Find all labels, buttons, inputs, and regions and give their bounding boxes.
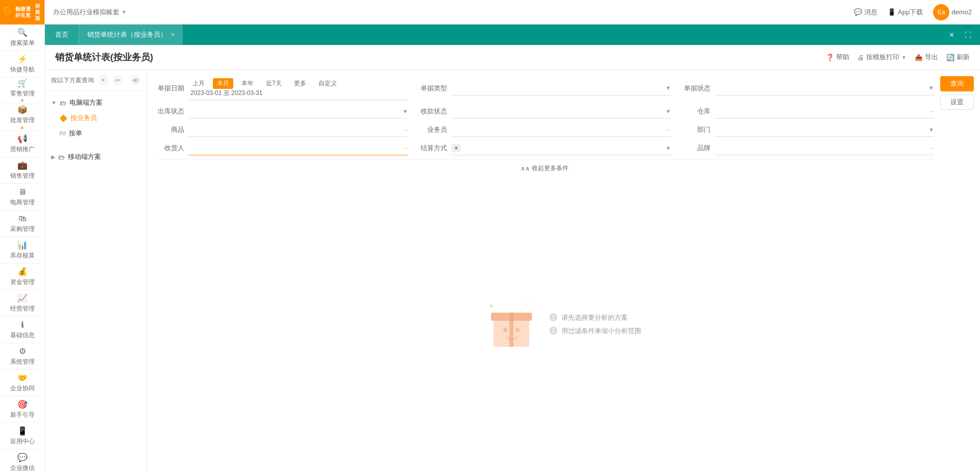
help-btn[interactable]: ❓ 帮助 [826,53,849,62]
scheme-doc-label: 按单 [69,129,82,138]
receipt-status-control[interactable]: ▼ [451,104,671,119]
message-label: 消息 [864,8,877,17]
user-profile-btn[interactable]: Ea demo2 [933,4,972,20]
payment-dropdown-icon[interactable]: ▼ [666,145,671,151]
topbar-dropdown-icon[interactable]: ▼ [121,9,127,15]
finance-icon: 💰 [17,267,28,276]
sidebar-item-quicknav[interactable]: ⚡ 快捷导航 [0,51,44,78]
goods-more-icon[interactable]: ··· [403,127,408,133]
sidebar-item-wholesale[interactable]: 📦 批发管理 ▲ [0,104,44,131]
sidebar-item-wechat[interactable]: 💬 企业微信 [0,450,44,472]
payment-value: × [451,144,665,152]
sidebar-label-wechat: 企业微信 [10,464,35,472]
sidebar-item-collab[interactable]: 🤝 企业协同 [0,370,44,396]
filter-and-actions: 单据日期 上月 本月 本年 近7天 更多 自定义 [147,70,980,177]
retail-icon: 🛒 [17,78,28,88]
scheme-by-doc[interactable]: ## 按单 [59,126,146,141]
topbar: 办公用品行业模拟账套 ▼ 💬 消息 📱 App下载 Ea demo2 [45,0,980,25]
add-scheme-btn[interactable]: + [98,75,108,85]
settings-button[interactable]: 设置 [940,95,974,110]
date-btn-last-month[interactable]: 上月 [188,78,209,89]
date-btn-this-month[interactable]: 本月 [213,78,233,89]
sidebar-item-system[interactable]: ⚙ 系统管理 [0,343,44,370]
pc-schemes-header[interactable]: ▼ 🗁 电脑端方案 [45,95,146,110]
payment-tag: × [451,144,461,152]
print-btn[interactable]: 🖨 按模板打印 ▼ [857,53,906,62]
print-label: 按模板打印 [866,53,899,62]
sidebar-item-sales[interactable]: 💼 销售管理 [0,157,44,184]
appcenter-icon: 📱 [17,426,28,436]
ecommerce-icon: 🖥 [18,187,27,197]
scheme-salesperson[interactable]: 🔶 按业务员 [59,110,146,126]
doc-status-dropdown-icon[interactable]: ▼ [928,85,934,91]
doc-type-filter-item: 单据类型 ▼ [418,76,671,100]
sidebar-item-inventory[interactable]: 📊 库存核算 [0,237,44,264]
pc-scheme-items: 🔶 按业务员 ## 按单 [45,110,146,141]
sidebar-label-search: 搜索菜单 [10,39,35,48]
sidebar-item-finance[interactable]: 💰 资金管理 [0,264,44,290]
tab-close-all-icon[interactable]: ✕ [945,29,958,41]
out-status-control[interactable]: ▼ [188,104,408,119]
warehouse-more-icon[interactable]: ··· [929,108,934,114]
date-btn-this-year[interactable]: 本年 [237,78,258,89]
brand-more-icon[interactable]: ··· [929,145,934,151]
sidebar-item-purchase[interactable]: 🛍 采购管理 [0,210,44,237]
doc-type-control[interactable]: ▼ [451,81,671,96]
query-button[interactable]: 查询 [940,76,974,91]
sidebar-item-search[interactable]: 🔍 搜索菜单 [0,25,44,51]
salesperson-control[interactable]: ··· [451,123,671,137]
message-btn[interactable]: 💬 消息 [854,8,877,17]
app-download-btn[interactable]: 📱 App下载 [888,8,923,17]
date-btn-more[interactable]: 更多 [290,78,310,89]
empty-svg: ✦ ✦ [486,298,537,349]
sidebar-item-basic[interactable]: ℹ 基础信息 [0,317,44,343]
tab-sales-stat[interactable]: 销货单统计表（按业务员） × [79,25,183,45]
page-header: 销货单统计表(按业务员) ❓ 帮助 🖨 按模板打印 ▼ 📤 导出 🔄 刷新 [45,45,980,70]
message-icon: 💬 [854,8,862,16]
salesperson-more-icon[interactable]: ··· [666,127,671,133]
export-btn[interactable]: 📤 导出 [915,53,938,62]
sidebar-item-ecommerce[interactable]: 🖥 电商管理 [0,184,44,210]
dept-control[interactable]: ▼ [715,123,934,137]
receiver-more-icon[interactable]: ··· [403,145,408,151]
print-dropdown-icon[interactable]: ▼ [901,55,906,60]
collapse-panel-btn[interactable]: ≪ [130,75,140,85]
edit-scheme-btn[interactable]: ✏ [112,75,122,85]
sidebar-item-appcenter[interactable]: 📱 应用中心 [0,423,44,450]
sidebar-item-operations[interactable]: 📈 经营管理 [0,290,44,317]
tab-close-btn[interactable]: × [171,31,175,38]
payment-control[interactable]: × ▼ [451,141,671,155]
out-status-filter-item: 出库状态 ▼ [155,104,408,119]
warehouse-control[interactable]: ··· [715,104,934,119]
receipt-status-dropdown-icon[interactable]: ▼ [666,108,671,114]
sidebar-item-guide[interactable]: 🎯 新手引导 [0,396,44,423]
doc-type-dropdown-icon[interactable]: ▼ [666,85,671,91]
goods-control[interactable]: ··· [188,123,408,137]
sidebar-item-retail[interactable]: 🛒 零售管理 ▼ [0,78,44,104]
date-btn-custom[interactable]: 自定义 [314,78,341,89]
tabbar-expand: ✕ ⛶ [945,29,980,41]
refresh-icon: 🔄 [946,54,954,61]
dept-dropdown-icon[interactable]: ▼ [928,127,934,133]
sidebar-item-marketing[interactable]: 📢 营销推广 [0,131,44,157]
doc-status-control[interactable]: ▼ [715,81,934,96]
out-status-dropdown-icon[interactable]: ▼ [402,108,408,114]
empty-illustration-area: ✦ ✦ 1 请先选择要分析的方案 [486,298,641,351]
user-avatar: Ea [933,4,949,20]
sidebar-label-finance: 资金管理 [10,278,35,287]
payment-tag-close[interactable]: × [454,145,458,152]
warehouse-label: 仓库 [681,107,715,116]
refresh-btn[interactable]: 🔄 刷新 [946,53,970,62]
collapse-more-btn[interactable]: ∧∧ 收起更多条件 [155,159,934,177]
filter-row-2: 出库状态 ▼ 收款状态 ▼ [155,104,934,119]
mobile-schemes-header[interactable]: ▶ 🗁 移动端方案 [45,149,146,164]
mobile-schemes-section: ▶ 🗁 移动端方案 [45,145,146,169]
brand-control[interactable]: ··· [715,141,934,155]
tab-home[interactable]: 首页 [45,25,79,45]
svg-text:✦: ✦ [488,302,495,310]
receiver-control[interactable]: ··· [188,141,408,155]
filter-row-3: 商品 ··· 业务员 ··· [155,123,934,137]
date-btn-7days[interactable]: 近7天 [262,78,286,89]
tab-fullscreen-icon[interactable]: ⛶ [962,29,974,41]
salesperson-label: 业务员 [418,125,451,134]
